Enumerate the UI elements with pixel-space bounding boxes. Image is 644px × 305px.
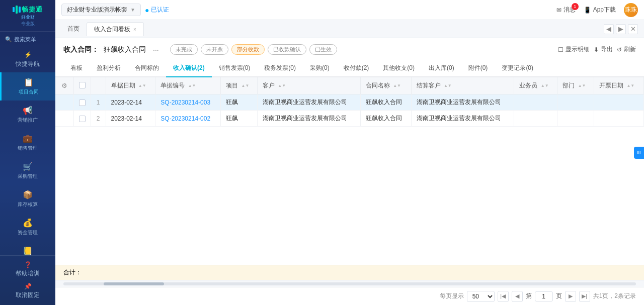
status-tag-confirmed[interactable]: 已收款确认 [268, 44, 306, 55]
pagination-prev-button[interactable]: ◀ [512, 291, 523, 302]
sidebar-item-pin[interactable]: 📌 取消固定 [0, 280, 55, 302]
sub-tab-purchase[interactable]: 采购(0) [303, 60, 337, 77]
table-customer-header[interactable]: 客户 ▲▼ [257, 77, 360, 94]
sidebar-item-purchase[interactable]: 🛒 采购管理 [0, 157, 55, 185]
tab-income-contract[interactable]: 收入合同看板 × [87, 22, 144, 36]
sales-rep-sort-icon: ▲▼ [541, 84, 549, 88]
sub-tab-attachment-label: 附件(0) [468, 64, 488, 71]
sidebar-item-project-contract[interactable]: 📋 项目合同 [0, 72, 55, 100]
tab-next-button[interactable]: ▶ [616, 24, 626, 34]
sidebar-item-label: 资金管理 [18, 229, 38, 236]
sub-tab-change-log[interactable]: 变更记录(0) [495, 60, 540, 77]
checkbox-icon: ☐ [558, 46, 564, 53]
table-result-customer-header[interactable]: 结算客户 ▲▼ [411, 77, 514, 94]
sidebar-item-capital[interactable]: 💰 资金管理 [0, 213, 55, 241]
per-page-select[interactable]: 50 100 200 [467, 291, 495, 302]
sub-tab-attachment[interactable]: 附件(0) [461, 60, 495, 77]
app-download-icon: 📱 [584, 7, 591, 14]
show-detail-button[interactable]: ☐ 显示明细 [558, 45, 590, 54]
sidebar-item-help[interactable]: ❓ 帮助培训 [0, 259, 55, 280]
table-sales-rep-header[interactable]: 业务员 ▲▼ [514, 77, 557, 94]
message-button[interactable]: ✉ 消息 1 [556, 6, 576, 14]
topbar: 好业财专业版演示帐套 ▼ ● 已认证 ✉ 消息 1 📱 App下载 珠珠 [55, 0, 644, 20]
certified-dot-icon: ● [145, 6, 149, 14]
table-row[interactable]: 2 2023-02-14 SQ-20230214-002 狂飙 湖南卫视商业运营… [55, 111, 644, 127]
show-detail-label: 显示明细 [566, 45, 590, 54]
user-avatar[interactable]: 珠珠 [624, 3, 638, 17]
content: 收入合同： 狂飙收入合同 ··· 未完成 未开票 部分收款 已收款确认 已生效 … [55, 38, 644, 305]
table-rownum-header [91, 77, 106, 94]
pagination-last-button[interactable]: ▶| [579, 291, 590, 302]
table-row[interactable]: 1 2023-02-14 SQ-20230214-003 狂飙 湖南卫视商业运营… [55, 94, 644, 111]
sidebar-item-sales[interactable]: 💼 销售管理 [0, 129, 55, 157]
tab-close-icon[interactable]: × [133, 27, 136, 32]
row-2-number-link[interactable]: SQ-20230214-002 [160, 115, 210, 122]
status-tag-no-invoice[interactable]: 未开票 [201, 44, 228, 55]
app-download-button[interactable]: 📱 App下载 [584, 6, 616, 14]
sidebar-item-general-ledger[interactable]: 📒 总账管理 [0, 241, 55, 255]
row-settings [55, 94, 73, 111]
select-all-checkbox[interactable] [79, 82, 86, 88]
table-contract-name-header[interactable]: 合同名称 ▲▼ [360, 77, 411, 94]
inventory-icon: 📦 [23, 190, 33, 199]
right-panel-toggle[interactable]: ≡ [634, 146, 644, 158]
scrollbar-thumb[interactable] [104, 282, 164, 285]
sub-tab-payment[interactable]: 收付款(2) [337, 60, 376, 77]
sub-tab-income-confirm[interactable]: 收入确认(2) [166, 60, 212, 77]
tab-home[interactable]: 首页 [61, 23, 86, 35]
row-1-project: 狂飙 [221, 94, 258, 111]
status-tag-effective[interactable]: 已生效 [309, 44, 337, 55]
tab-close-all-button[interactable]: ✕ [628, 24, 638, 34]
page-number-input[interactable] [535, 291, 553, 301]
sidebar-search[interactable]: 🔍 搜索菜单 [0, 32, 55, 47]
sub-tab-contract-standard[interactable]: 合同标的 [128, 60, 166, 77]
table-area: ⚙ 单据日期 ▲▼ 单据编号 [55, 77, 644, 305]
row-1-open-date [594, 94, 644, 111]
table-department-header[interactable]: 部门 ▲▼ [557, 77, 594, 94]
row-2-open-date [594, 111, 644, 127]
table-scrollbar[interactable] [55, 280, 644, 287]
refresh-button[interactable]: ↺ 刷新 [617, 45, 636, 54]
sub-tabs: 看板 盈利分析 合同标的 收入确认(2) 销售发票(0) 税务发票(0) 采购(… [55, 60, 644, 77]
pagination-first-button[interactable]: |◀ [498, 291, 509, 302]
table-number-header[interactable]: 单据编号 ▲▼ [155, 77, 221, 94]
sub-tab-profit[interactable]: 盈利分析 [90, 60, 128, 77]
contract-name-sort-icon: ▲▼ [393, 84, 401, 88]
table-project-header[interactable]: 项目 ▲▼ [221, 77, 258, 94]
status-tag-incomplete[interactable]: 未完成 [170, 44, 198, 55]
per-page-label: 每页显示 [440, 292, 464, 300]
export-button[interactable]: ⬇ 导出 [594, 45, 613, 54]
sub-tab-sales-invoice[interactable]: 销售发票(0) [212, 60, 258, 77]
table-date-header[interactable]: 单据日期 ▲▼ [106, 77, 155, 94]
settings-icon[interactable]: ⚙ [61, 82, 67, 89]
sub-tab-other-income[interactable]: 其他收支(0) [376, 60, 422, 77]
sidebar-item-marketing[interactable]: 📢 营销推广 [0, 100, 55, 129]
sidebar-item-label: 采购管理 [18, 173, 38, 180]
sidebar-nav: 📋 项目合同 📢 营销推广 💼 销售管理 🛒 采购管理 📦 库存核算 💰 资金管… [0, 72, 55, 255]
row-1-number-link[interactable]: SQ-20230214-003 [160, 99, 210, 106]
result-customer-sort-icon: ▲▼ [444, 84, 452, 88]
sidebar-item-inventory[interactable]: 📦 库存核算 [0, 185, 55, 213]
sub-tab-purchase-label: 采购(0) [310, 64, 330, 71]
row-checkbox-1[interactable] [73, 94, 91, 111]
row-1-checkbox[interactable] [79, 99, 86, 106]
help-icon: ❓ [24, 261, 32, 268]
sub-tab-tax-invoice[interactable]: 税务发票(0) [257, 60, 303, 77]
row-1-contract-name: 狂飙收入合同 [360, 94, 411, 111]
customer-header-label: 客户 [263, 82, 275, 89]
pagination-next-button[interactable]: ▶ [565, 291, 576, 302]
table-open-date-header[interactable]: 开票日期 ▲▼ [594, 77, 644, 94]
sub-tab-out-storage[interactable]: 出入库(0) [422, 60, 461, 77]
tab-prev-button[interactable]: ◀ [604, 24, 614, 34]
sidebar-quick-nav[interactable]: ⚡ 快捷导航 [0, 47, 55, 72]
certified-badge: ● 已认证 [145, 6, 169, 14]
quick-nav-icon: ⚡ [24, 51, 32, 58]
company-selector[interactable]: 好业财专业版演示帐套 ▼ [61, 4, 141, 16]
row-2-checkbox[interactable] [79, 116, 86, 122]
sub-tab-dashboard[interactable]: 看板 [63, 60, 90, 77]
status-tag-partial[interactable]: 部分收款 [231, 44, 265, 55]
more-options-button[interactable]: ··· [151, 46, 161, 54]
row-checkbox-2[interactable] [73, 111, 91, 127]
company-name: 好业财专业版演示帐套 [67, 6, 127, 14]
customer-sort-icon: ▲▼ [278, 84, 286, 88]
